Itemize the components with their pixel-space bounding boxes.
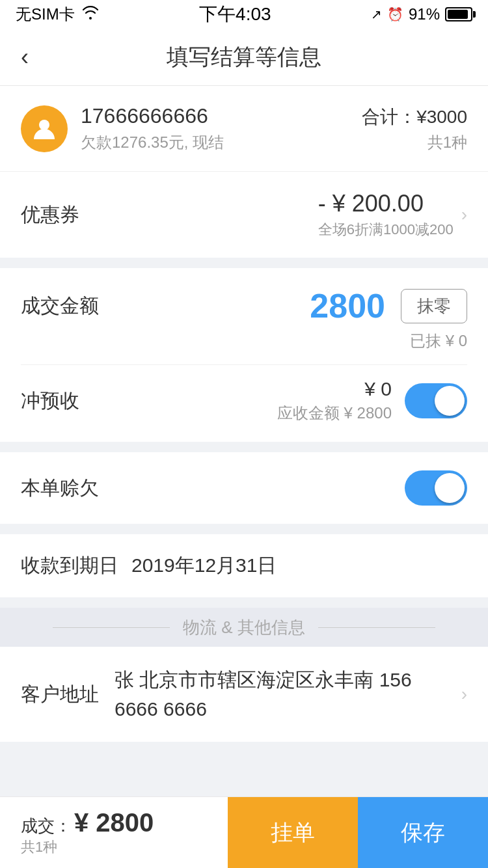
prepay-right: ¥ 0 应收金额 ¥ 2800 xyxy=(277,378,467,424)
divider-line-right xyxy=(318,627,435,628)
debt-toggle-knob xyxy=(435,473,465,503)
debt-row: 本单赊欠 xyxy=(21,470,467,506)
svg-point-0 xyxy=(39,120,49,130)
prepay-value-block: ¥ 0 应收金额 ¥ 2800 xyxy=(277,378,392,424)
total-label: 合计：¥3000 xyxy=(362,105,467,129)
address-chevron-icon: › xyxy=(461,684,467,705)
amount-label: 成交金额 xyxy=(21,293,99,319)
amount-right: 2800 抹零 xyxy=(310,286,467,325)
alarm-icon: ⏰ xyxy=(387,7,403,22)
logistics-divider: 物流 & 其他信息 xyxy=(0,608,488,647)
coupon-label: 优惠券 xyxy=(21,202,79,228)
back-button[interactable]: ‹ xyxy=(21,44,29,71)
hang-button[interactable]: 挂单 xyxy=(228,797,358,869)
wifi-icon xyxy=(81,5,100,23)
carrier-text: 无SIM卡 xyxy=(16,4,75,25)
duedate-label: 收款到期日 xyxy=(21,552,118,579)
user-total: 合计：¥3000 共1种 xyxy=(362,105,467,153)
save-button[interactable]: 保存 xyxy=(358,797,488,869)
bottom-summary-line1: 成交： ¥ 2800 xyxy=(21,808,228,837)
user-row: 17666666666 欠款1276.35元, 现结 合计：¥3000 共1种 xyxy=(0,86,488,171)
duedate-section: 收款到期日 2019年12月31日 xyxy=(0,534,488,597)
coupon-right: - ¥ 200.00 全场6折满1000减200 › xyxy=(318,190,467,239)
amount-section: 成交金额 2800 抹零 已抹 ¥ 0 冲预收 ¥ 0 应收金额 ¥ 2800 xyxy=(0,268,488,442)
amount-row: 成交金额 2800 抹零 xyxy=(21,286,467,325)
status-bar: 无SIM卡 下午4:03 ↗ ⏰ 91% xyxy=(0,0,488,29)
coupon-amount: - ¥ 200.00 xyxy=(318,190,454,217)
battery-percent: 91% xyxy=(409,5,440,23)
prepay-label: 冲预收 xyxy=(21,388,79,414)
divider xyxy=(21,364,467,365)
coupon-row[interactable]: 优惠券 - ¥ 200.00 全场6折满1000减200 › xyxy=(0,171,488,258)
prepay-toggle[interactable] xyxy=(405,383,467,418)
summary-count: 共1种 xyxy=(21,837,228,857)
amount-value: 2800 xyxy=(310,286,385,325)
user-debt: 欠款1276.35元, 现结 xyxy=(81,132,224,153)
bottom-bar: 成交： ¥ 2800 共1种 挂单 保存 xyxy=(0,796,488,868)
coupon-desc: 全场6折满1000减200 xyxy=(318,220,454,239)
user-phone: 17666666666 xyxy=(81,104,224,128)
toggle-knob xyxy=(435,386,465,416)
chevron-right-icon: › xyxy=(461,204,467,225)
bottom-summary: 成交： ¥ 2800 共1种 xyxy=(0,808,228,857)
summary-label: 成交： xyxy=(21,815,72,837)
duedate-value: 2019年12月31日 xyxy=(131,552,277,579)
content: 17666666666 欠款1276.35元, 现结 合计：¥3000 共1种 … xyxy=(0,86,488,820)
debt-section: 本单赊欠 xyxy=(0,452,488,524)
coupon-amount-block: - ¥ 200.00 全场6折满1000减200 xyxy=(318,190,454,239)
status-right: ↗ ⏰ 91% xyxy=(371,5,472,23)
logistics-label: 物流 & 其他信息 xyxy=(53,616,435,639)
prepay-value: ¥ 0 xyxy=(277,378,392,400)
summary-amount: ¥ 2800 xyxy=(74,808,154,837)
battery-icon xyxy=(445,7,472,21)
divider-line-left xyxy=(53,627,170,628)
address-label: 客户地址 xyxy=(21,681,99,708)
debt-toggle[interactable] xyxy=(405,470,467,506)
prepay-row: 冲预收 ¥ 0 应收金额 ¥ 2800 xyxy=(21,378,467,424)
avatar xyxy=(21,105,68,152)
status-time: 下午4:03 xyxy=(199,2,271,27)
prepay-sub: 应收金额 ¥ 2800 xyxy=(277,403,392,424)
duedate-row: 收款到期日 2019年12月31日 xyxy=(21,552,467,579)
address-value: 张 北京市市辖区海淀区永丰南 156 6666 6666 xyxy=(115,665,454,724)
user-info: 17666666666 欠款1276.35元, 现结 xyxy=(81,104,224,153)
address-section[interactable]: 客户地址 张 北京市市辖区海淀区永丰南 156 6666 6666 › xyxy=(0,647,488,742)
round-button[interactable]: 抹零 xyxy=(401,289,467,323)
total-count: 共1种 xyxy=(362,132,467,153)
header: ‹ 填写结算等信息 xyxy=(0,29,488,86)
status-left: 无SIM卡 xyxy=(16,4,100,25)
page-title: 填写结算等信息 xyxy=(167,42,321,72)
amount-sub: 已抹 ¥ 0 xyxy=(21,331,467,351)
location-icon: ↗ xyxy=(371,7,382,22)
debt-label: 本单赊欠 xyxy=(21,475,99,502)
user-section: 17666666666 欠款1276.35元, 现结 合计：¥3000 共1种 … xyxy=(0,86,488,258)
user-left: 17666666666 欠款1276.35元, 现结 xyxy=(21,104,224,153)
